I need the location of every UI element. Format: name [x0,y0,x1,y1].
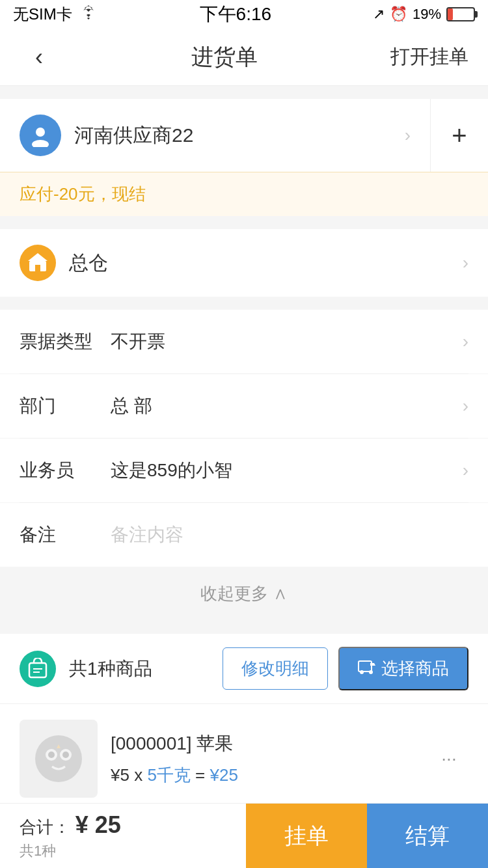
svg-point-15 [62,752,69,758]
remark-placeholder: 备注内容 [111,522,468,547]
checkout-button[interactable]: 结算 [367,804,488,869]
status-left: 无SIM卡 [13,4,98,25]
chevron-right-icon: › [405,125,411,146]
svg-marker-3 [28,253,47,261]
products-count: 共1种商品 [69,657,223,681]
product-quantity: 5千克 [147,765,190,785]
page-title: 进货单 [191,42,258,72]
product-more-button[interactable]: ··· [429,748,468,769]
gap-2 [0,216,488,229]
select-product-label: 选择商品 [381,657,449,680]
notice-bar: 应付-20元，现结 [0,172,488,216]
supplier-name: 河南供应商22 [74,122,405,149]
total-label: 合计： [20,817,70,837]
edit-detail-button[interactable]: 修改明细 [223,647,328,690]
select-product-icon [358,658,376,679]
supplier-avatar [20,115,61,156]
gap-1 [0,86,488,99]
invoice-type-row[interactable]: 票据类型 不开票 › [0,310,488,373]
department-label: 部门 [20,394,111,418]
total-row: 合计： ¥ 25 [20,811,226,839]
total-section: 合计： ¥ 25 共1种 [0,811,246,861]
salesperson-row[interactable]: 业务员 这是859的小智 › [0,439,488,502]
svg-point-9 [360,670,364,674]
product-title: 苹果 [197,733,233,753]
warehouse-chevron-icon: › [463,252,468,273]
warehouse-icon [20,245,56,281]
svg-rect-5 [29,663,46,677]
product-item: [0000001] 苹果 ¥5 x 5千克 = ¥25 ··· [0,703,488,813]
salesperson-label: 业务员 [20,458,111,483]
remark-row[interactable]: 备注 备注内容 [0,503,488,567]
warehouse-name: 总仓 [69,250,463,277]
location-icon: ↗ [373,6,385,23]
select-product-button[interactable]: 选择商品 [338,647,468,690]
department-chevron-icon: › [463,396,468,416]
product-code: [0000001] [111,733,197,753]
form-section: 票据类型 不开票 › 部门 总 部 › 业务员 这是859的小智 › 备注 备注… [0,310,488,567]
invoice-type-value: 不开票 [111,329,463,354]
svg-point-11 [35,735,82,782]
wifi-icon [79,5,98,23]
svg-point-0 [36,128,45,137]
svg-point-1 [32,140,49,147]
gap-4 [0,621,488,634]
department-row[interactable]: 部门 总 部 › [0,374,488,438]
salesperson-chevron-icon: › [463,460,468,481]
products-header: 共1种商品 修改明细 选择商品 [0,634,488,703]
svg-point-14 [48,752,55,758]
svg-rect-4 [35,265,40,271]
status-time: 下午6:16 [200,2,272,27]
add-supplier-button[interactable]: + [431,99,488,172]
product-total-price: ¥25 [210,765,238,785]
salesperson-value: 这是859的小智 [111,458,463,483]
bottom-bar: 合计： ¥ 25 共1种 挂单 结算 [0,803,488,868]
department-value: 总 部 [111,394,463,418]
alarm-icon: ⏰ [390,6,407,23]
product-info: [0000001] 苹果 ¥5 x 5千克 = ¥25 [111,731,429,787]
total-amount: ¥ 25 [75,811,121,838]
collapse-button[interactable]: 收起更多 ∧ [0,567,488,621]
invoice-type-label: 票据类型 [20,329,111,354]
notice-text: 应付-20元，现结 [20,184,146,204]
back-icon: ‹ [35,44,43,71]
product-name: [0000001] 苹果 [111,731,429,756]
battery-percent: 19% [413,6,441,23]
product-thumbnail [20,720,98,798]
supplier-selector[interactable]: 河南供应商22 › [0,99,431,172]
open-hang-button[interactable]: 打开挂单 [390,44,468,70]
nav-bar: ‹ 进货单 打开挂单 [0,29,488,86]
battery-icon [446,7,475,21]
total-count: 共1种 [20,841,226,861]
status-right: ↗ ⏰ 19% [373,6,475,23]
invoice-chevron-icon: › [463,331,468,352]
remark-label: 备注 [20,522,111,547]
signal-text: 无SIM卡 [13,4,72,25]
gap-3 [0,297,488,310]
back-button[interactable]: ‹ [20,38,59,77]
product-unit-price: ¥5 x [111,765,147,785]
product-equals: = [195,765,210,785]
warehouse-selector[interactable]: 总仓 › [0,229,488,297]
svg-rect-8 [359,661,372,671]
svg-point-10 [369,670,373,674]
product-price: ¥5 x 5千克 = ¥25 [111,764,429,787]
supplier-section: 河南供应商22 › + [0,99,488,172]
hang-button[interactable]: 挂单 [246,804,367,869]
status-bar: 无SIM卡 下午6:16 ↗ ⏰ 19% [0,0,488,29]
products-icon [20,651,56,687]
